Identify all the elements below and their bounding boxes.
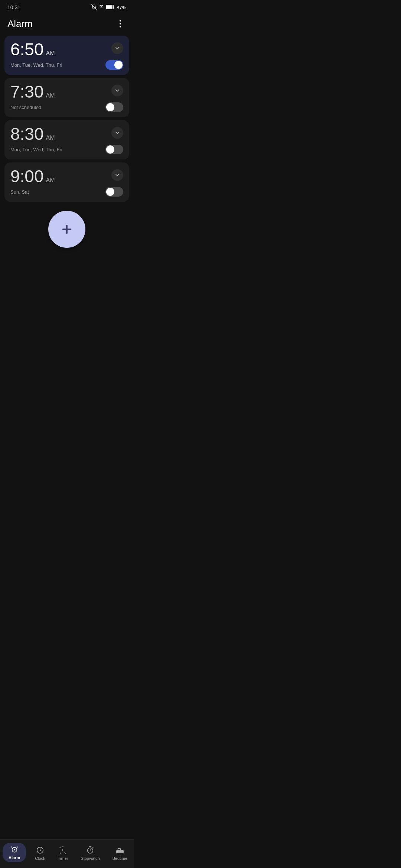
- alarm-period: AM: [46, 177, 55, 184]
- alarm-time-row: 8:30 AM: [10, 125, 123, 142]
- alarm-hour: 6:50: [10, 41, 44, 58]
- alarm-time: 6:50 AM: [10, 41, 55, 58]
- alarm-footer: Mon, Tue, Wed, Thu, Fri: [10, 60, 123, 70]
- status-bar: 10:31 87%: [0, 0, 134, 13]
- alarms-list: 6:50 AM Mon, Tue, Wed, Thu, Fri 7:30 AM: [0, 36, 134, 202]
- more-options-button[interactable]: [114, 18, 126, 30]
- plus-icon: [60, 223, 74, 236]
- status-time: 10:31: [7, 4, 20, 10]
- toggle-knob: [114, 61, 123, 69]
- chevron-down-icon: [114, 172, 120, 178]
- battery-percentage: 87%: [117, 5, 126, 10]
- alarm-footer: Mon, Tue, Wed, Thu, Fri: [10, 145, 123, 154]
- alarm-card[interactable]: 6:50 AM Mon, Tue, Wed, Thu, Fri: [4, 36, 129, 75]
- alarm-time-row: 9:00 AM: [10, 168, 123, 185]
- toggle-knob: [106, 145, 114, 154]
- more-vert-icon: [120, 20, 121, 27]
- alarm-time-row: 6:50 AM: [10, 41, 123, 58]
- alarm-days: Mon, Tue, Wed, Thu, Fri: [10, 147, 62, 152]
- page-title: Alarm: [7, 18, 33, 30]
- alarm-days: Not scheduled: [10, 105, 41, 110]
- alarm-period: AM: [46, 135, 55, 141]
- alarm-footer: Sun, Sat: [10, 187, 123, 197]
- alarm-card[interactable]: 7:30 AM Not scheduled: [4, 78, 129, 117]
- alarm-toggle[interactable]: [105, 102, 123, 112]
- add-alarm-button[interactable]: [48, 211, 85, 248]
- battery-icon: [106, 5, 114, 10]
- alarm-time: 7:30 AM: [10, 83, 55, 100]
- alarm-expand-button[interactable]: [111, 169, 123, 181]
- alarm-hour: 8:30: [10, 125, 44, 142]
- alarm-expand-button[interactable]: [111, 85, 123, 96]
- wifi-icon: [99, 4, 104, 11]
- alarm-hour: 7:30: [10, 83, 44, 100]
- alarm-expand-button[interactable]: [111, 127, 123, 139]
- alarm-toggle[interactable]: [105, 60, 123, 70]
- alarm-toggle[interactable]: [105, 145, 123, 154]
- alarm-card[interactable]: 9:00 AM Sun, Sat: [4, 162, 129, 202]
- toggle-knob: [106, 188, 114, 196]
- alarm-days: Mon, Tue, Wed, Thu, Fri: [10, 62, 62, 68]
- alarm-time-row: 7:30 AM: [10, 83, 123, 100]
- alarm-time: 9:00 AM: [10, 168, 55, 185]
- alarm-hour: 9:00: [10, 168, 44, 185]
- page-header: Alarm: [0, 13, 134, 36]
- svg-line-0: [92, 4, 97, 9]
- status-icons: 87%: [91, 4, 126, 11]
- toggle-knob: [106, 103, 114, 111]
- add-alarm-container: [0, 202, 134, 254]
- alarm-time: 8:30 AM: [10, 125, 55, 142]
- alarm-days: Sun, Sat: [10, 189, 29, 195]
- alarm-expand-button[interactable]: [111, 42, 123, 54]
- alarm-toggle[interactable]: [105, 187, 123, 197]
- alarm-period: AM: [46, 50, 55, 57]
- svg-rect-2: [107, 6, 112, 9]
- chevron-down-icon: [114, 130, 120, 136]
- alarm-period: AM: [46, 92, 55, 99]
- alarm-card[interactable]: 8:30 AM Mon, Tue, Wed, Thu, Fri: [4, 120, 129, 160]
- chevron-down-icon: [114, 45, 120, 51]
- chevron-down-icon: [114, 88, 120, 93]
- alarm-footer: Not scheduled: [10, 102, 123, 112]
- mute-icon: [91, 4, 97, 11]
